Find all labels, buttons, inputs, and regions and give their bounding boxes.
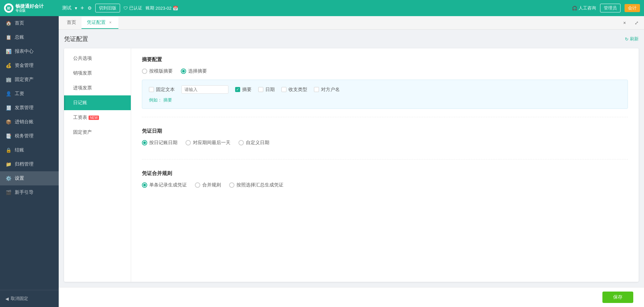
save-button[interactable]: 保存	[602, 292, 633, 303]
tabbar: 首页凭证配置× × ⤢	[59, 16, 644, 30]
summary-options-row: 固定文本 摘要 日期	[149, 85, 621, 94]
example-text: 例如： 摘要	[149, 97, 621, 103]
refresh-button[interactable]: ↻ 刷新	[625, 36, 639, 42]
sidebar-item-close[interactable]: 🔒结账	[0, 143, 59, 157]
accountant-button[interactable]: 会计	[625, 4, 640, 12]
config-nav-sales_invoice[interactable]: 销项发票	[64, 66, 131, 81]
period-last-radio[interactable]	[185, 140, 191, 145]
sidebar-item-invoice_mgmt[interactable]: 🧾发票管理	[0, 101, 59, 115]
merge-radio-group: 单条记录生成凭证 合并规则 按照选择汇总生成凭证	[142, 182, 628, 188]
config-nav: 公共选项销项发票进项发票日记账工资表NEW固定资产	[64, 48, 131, 282]
tab-home[interactable]: 首页	[61, 17, 82, 29]
archive-icon: 📁	[5, 161, 11, 167]
config-nav-journal[interactable]: 日记账	[64, 95, 131, 110]
sidebar-item-ledger[interactable]: 📋总账	[0, 30, 59, 44]
date-checkbox[interactable]	[258, 87, 263, 92]
calendar-icon[interactable]: 📅	[173, 6, 178, 11]
summary-select-radio[interactable]	[181, 69, 186, 74]
custom-date-radio[interactable]	[238, 140, 244, 145]
period-display: 账期 2023-02 📅	[146, 5, 178, 11]
income-type-checkbox-item[interactable]: 收支类型	[281, 87, 307, 93]
merge-rule-option[interactable]: 合并规则	[195, 182, 221, 188]
logo-icon: 财	[4, 3, 13, 13]
content-area: 首页凭证配置× × ⤢ 凭证配置 ↻ 刷新 公共选项销项发票进项发票日记账工资表…	[59, 16, 644, 307]
sidebar-item-funds[interactable]: 💰资金管理	[0, 58, 59, 73]
unfix-sidebar-button[interactable]: ◀ 取消固定	[3, 293, 56, 304]
date-radio-group: 按日记账日期 对应期间最后一天 自定义日期	[142, 140, 628, 146]
sidebar-item-tax[interactable]: 📑税务管理	[0, 129, 59, 143]
sidebar-item-sales_ledger[interactable]: 📦进销台账	[0, 115, 59, 129]
tab-label-home: 首页	[67, 19, 76, 26]
custom-date-option[interactable]: 自定义日期	[238, 140, 269, 146]
close-tab-icon[interactable]: ×	[620, 18, 629, 28]
add-company-icon[interactable]: +	[80, 5, 84, 12]
single-record-option[interactable]: 单条记录生成凭证	[142, 182, 187, 188]
sidebar-item-home[interactable]: 🏠首页	[0, 16, 59, 30]
summary-select-option[interactable]: 选择摘要	[181, 68, 207, 74]
summary-checkbox[interactable]	[235, 87, 240, 92]
settings-icon: ⚙️	[5, 175, 11, 181]
app-logo: 财 畅捷通好会计 专业版	[4, 3, 56, 13]
refresh-icon: ↻	[625, 37, 629, 42]
config-nav-public[interactable]: 公共选项	[64, 51, 131, 66]
topbar-right: 🎧 人工咨询 管理员 会计	[572, 4, 640, 12]
admin-button[interactable]: 管理员	[600, 4, 621, 12]
tax-icon: 📑	[5, 133, 11, 139]
svg-text:财: 财	[7, 6, 11, 10]
date-checkbox-item[interactable]: 日期	[258, 87, 275, 93]
counterparty-checkbox[interactable]	[314, 87, 319, 92]
journal-date-radio[interactable]	[142, 140, 147, 145]
config-nav-purchase_invoice[interactable]: 进项发票	[64, 81, 131, 95]
page-title: 凭证配置	[64, 35, 88, 43]
sidebar-item-reports[interactable]: 📊报表中心	[0, 44, 59, 58]
new-badge-payroll: NEW	[89, 116, 99, 120]
single-record-radio[interactable]	[142, 182, 147, 188]
sidebar-item-archive[interactable]: 📁归档管理	[0, 157, 59, 171]
config-nav-label-purchase_invoice: 进项发票	[73, 85, 92, 90]
merge-section: 凭证合并规则 单条记录生成凭证 合并规则	[142, 170, 628, 202]
tab-voucher_config[interactable]: 凭证配置×	[82, 17, 118, 29]
summary-template-option[interactable]: 按模版摘要	[142, 68, 173, 74]
select-merge-option[interactable]: 按照选择汇总生成凭证	[229, 182, 283, 188]
summary-template-radio[interactable]	[142, 69, 147, 74]
invoice_mgmt-icon: 🧾	[5, 105, 11, 111]
service-button[interactable]: 🎧 人工咨询	[572, 5, 596, 11]
config-nav-fixed_assets[interactable]: 固定资产	[64, 125, 131, 140]
config-nav-payroll[interactable]: 工资表NEW	[64, 110, 131, 125]
close-icon: 🔒	[5, 147, 11, 153]
expand-icon[interactable]: ⤢	[632, 18, 641, 28]
sidebar-item-assets[interactable]: 🏢固定资产	[0, 73, 59, 87]
page-content: 凭证配置 ↻ 刷新 公共选项销项发票进项发票日记账工资表NEW固定资产 摘要配置	[59, 30, 644, 287]
journal-date-option[interactable]: 按日记账日期	[142, 140, 177, 146]
reports-icon: 📊	[5, 48, 11, 54]
sidebar-label-reports: 报表中心	[15, 48, 34, 54]
tab-close-voucher_config[interactable]: ×	[108, 20, 113, 25]
company-dropdown-icon[interactable]: ▾	[75, 5, 77, 11]
fixed-text-checkbox-item[interactable]: 固定文本	[149, 87, 175, 93]
sidebar-label-funds: 资金管理	[15, 62, 34, 69]
topbar: 财 畅捷通好会计 专业版 测试 ▾ + ⚙ 切到旧版 🛡 已认证 账期 2023…	[0, 0, 644, 16]
counterparty-checkbox-item[interactable]: 对方户名	[314, 87, 340, 93]
fixed-text-input[interactable]	[181, 85, 228, 94]
merge-rule-radio[interactable]	[195, 182, 200, 188]
sidebar-item-salary[interactable]: 👤工资	[0, 87, 59, 101]
fixed-text-checkbox[interactable]	[149, 87, 154, 92]
assets-icon: 🏢	[5, 77, 11, 83]
settings-icon[interactable]: ⚙	[88, 5, 92, 11]
main-layout: 🏠首页📋总账📊报表中心💰资金管理🏢固定资产👤工资🧾发票管理📦进销台账📑税务管理🔒…	[0, 16, 644, 307]
select-merge-radio[interactable]	[229, 182, 234, 188]
summary-checkbox-item[interactable]: 摘要	[235, 87, 252, 93]
period-last-option[interactable]: 对应期间最后一天	[185, 140, 230, 146]
income-type-checkbox[interactable]	[281, 87, 286, 92]
sidebar-label-tax: 税务管理	[15, 133, 34, 139]
sidebar-label-sales_ledger: 进销台账	[15, 119, 34, 125]
pin-icon: ◀	[5, 296, 9, 301]
sidebar-bottom: ◀ 取消固定	[0, 290, 59, 307]
config-nav-label-public: 公共选项	[73, 55, 92, 61]
summary-radio-group: 按模版摘要 选择摘要	[142, 68, 628, 74]
switch-version-button[interactable]: 切到旧版	[95, 4, 120, 12]
config-nav-label-payroll: 工资表	[73, 115, 87, 120]
sidebar-item-settings[interactable]: ⚙️设置	[0, 171, 59, 185]
sidebar-item-guide[interactable]: 🎬新手引导	[0, 185, 59, 200]
date-section: 凭证日期 按日记账日期 对应期间最后一天	[142, 128, 628, 160]
